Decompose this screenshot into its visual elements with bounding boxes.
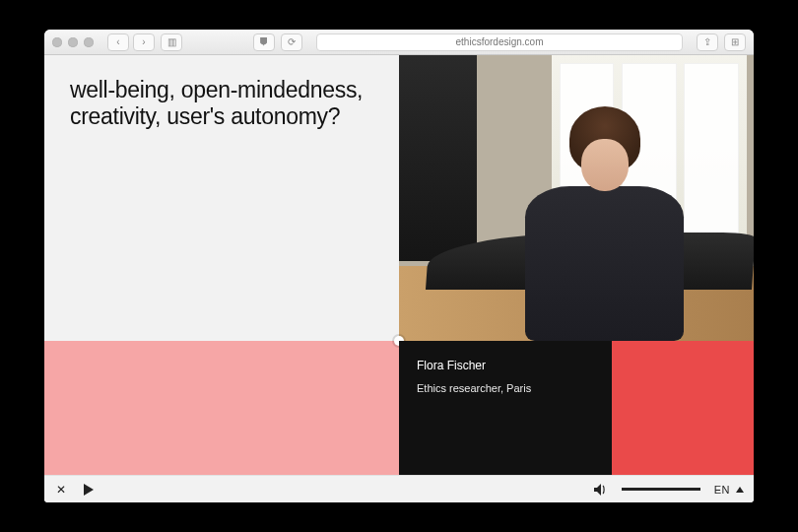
speaker-caption: Flora Fischer Ethics researcher, Paris <box>399 341 612 475</box>
red-block <box>612 341 754 475</box>
share-button[interactable]: ⇪ <box>697 33 718 51</box>
forward-button[interactable]: › <box>133 33 155 51</box>
language-label: EN <box>714 484 730 496</box>
play-button[interactable] <box>82 483 96 497</box>
reload-button[interactable]: ⟳ <box>281 33 302 51</box>
titlebar: ‹ › ▥ ⛊ ⟳ ethicsfordesign.com ⇪ ⊞ <box>44 30 754 55</box>
window-controls <box>52 37 94 47</box>
maximize-window-icon[interactable] <box>84 37 94 47</box>
close-window-icon[interactable] <box>52 37 62 47</box>
pink-block <box>44 341 399 475</box>
transcript-panel: well-being, open-mindedness, creativity,… <box>44 55 399 341</box>
volume-icon[interactable] <box>594 483 608 497</box>
volume-slider[interactable] <box>622 488 700 491</box>
shield-icon[interactable]: ⛊ <box>253 33 275 51</box>
speaker-name: Flora Fischer <box>417 357 594 374</box>
content-area: well-being, open-mindedness, creativity,… <box>44 55 754 475</box>
back-button[interactable]: ‹ <box>107 33 129 51</box>
close-player-button[interactable] <box>54 483 68 497</box>
browser-window: ‹ › ▥ ⛊ ⟳ ethicsfordesign.com ⇪ ⊞ well-b… <box>44 30 754 502</box>
language-selector[interactable]: EN <box>714 484 744 496</box>
sidebar-toggle-button[interactable]: ▥ <box>161 33 182 51</box>
player-bar: EN <box>44 475 754 502</box>
video-still <box>399 55 754 341</box>
video-frame[interactable] <box>399 55 754 341</box>
play-icon <box>84 484 94 496</box>
page: well-being, open-mindedness, creativity,… <box>44 55 754 502</box>
tabs-button[interactable]: ⊞ <box>724 33 746 51</box>
speaker-role: Ethics researcher, Paris <box>417 380 594 397</box>
url-text: ethicsfordesign.com <box>456 36 544 47</box>
minimize-window-icon[interactable] <box>68 37 78 47</box>
transcript-text: well-being, open-mindedness, creativity,… <box>70 77 373 130</box>
url-bar[interactable]: ethicsfordesign.com <box>316 33 683 51</box>
chevron-up-icon <box>736 487 744 493</box>
